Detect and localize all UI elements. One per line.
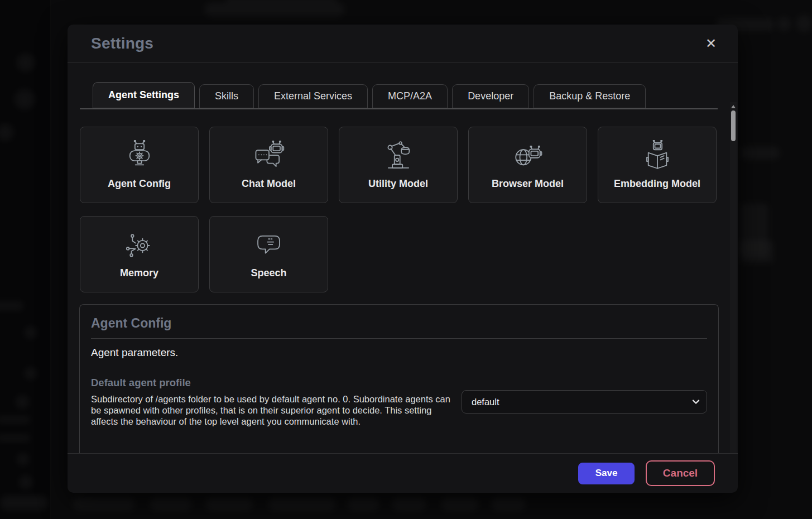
section-divider [91,338,707,339]
card-label: Utility Model [368,178,428,190]
card-agent-config[interactable]: Agent Config [80,127,199,203]
card-label: Browser Model [492,178,564,190]
robot-book-icon [640,140,675,172]
card-speech[interactable]: Speech [209,216,328,292]
tab-skills[interactable]: Skills [199,84,254,108]
modal-title: Settings [91,35,153,52]
card-memory[interactable]: Memory [80,216,199,292]
field-default-agent-profile: Default agent profile Subdirectory of /a… [91,377,707,427]
field-description: Subdirectory of /agents folder to be use… [91,393,453,427]
tab-external-services[interactable]: External Services [258,84,368,108]
select-wrap: default [462,390,707,414]
modal-header: Settings ✕ [68,25,738,63]
scroll-up-icon[interactable] [730,103,737,110]
section-description: Agent parameters. [91,347,707,359]
scrollbar[interactable] [730,102,737,453]
close-button[interactable]: ✕ [702,35,720,52]
field-text: Default agent profile Subdirectory of /a… [91,377,453,427]
tab-developer[interactable]: Developer [452,84,529,108]
settings-modal: Settings ✕ Agent Settings Skills Externa… [68,25,738,493]
card-label: Embedding Model [614,178,700,190]
card-chat-model[interactable]: Chat Model [209,127,328,203]
tab-backup-restore[interactable]: Backup & Restore [534,84,646,108]
robot-config-icon [122,140,157,172]
cancel-button[interactable]: Cancel [646,460,715,486]
screen: Settings ✕ Agent Settings Skills Externa… [0,0,812,519]
card-label: Speech [251,267,286,279]
globe-robot-icon [511,140,545,172]
field-label: Default agent profile [91,377,453,389]
tab-agent-settings[interactable]: Agent Settings [93,82,195,108]
card-browser-model[interactable]: Browser Model [468,127,587,203]
card-label: Agent Config [108,178,171,190]
scrollbar-thumb[interactable] [731,110,736,141]
card-utility-model[interactable]: Utility Model [339,127,458,203]
close-icon: ✕ [705,36,717,51]
chat-robot-icon [252,140,286,172]
modal-body: Agent Settings Skills External Services … [68,63,738,453]
settings-card-grid: Agent Config Chat M [80,127,722,292]
speech-bubble-icon [252,229,286,262]
circuit-gear-icon [122,229,157,262]
save-button[interactable]: Save [578,463,635,484]
tab-bar: Agent Settings Skills External Services … [80,82,718,109]
card-embedding-model[interactable]: Embedding Model [598,127,717,203]
robot-arm-icon [381,140,416,172]
modal-footer: Save Cancel [68,453,738,493]
agent-config-section: Agent Config Agent parameters. Default a… [79,304,719,453]
default-agent-profile-select[interactable]: default [462,390,707,414]
card-label: Memory [120,267,158,279]
section-title: Agent Config [91,316,707,331]
tab-mcp-a2a[interactable]: MCP/A2A [372,84,448,108]
card-label: Chat Model [242,178,296,190]
